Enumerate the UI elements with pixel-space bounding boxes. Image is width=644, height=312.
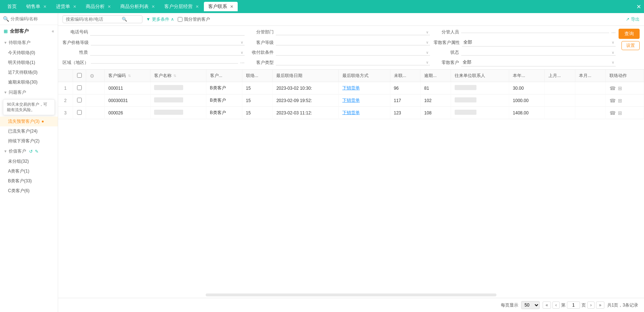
row-3-last-method[interactable]: 下销货单: [338, 107, 390, 119]
nav-home[interactable]: 首页: [3, 2, 21, 11]
nav-tab-analysis-list[interactable]: 商品分析列表 ✕: [116, 2, 159, 11]
nav-tab-sales[interactable]: 销售单 ✕: [22, 2, 51, 11]
filter-staff-select[interactable]: [461, 31, 609, 33]
row-2-method-link[interactable]: 下销货单: [342, 98, 360, 103]
filter-dots-staff[interactable]: ···: [611, 29, 616, 35]
export-btn[interactable]: ↗ 导出: [626, 16, 640, 23]
col-header-customer-name[interactable]: 客户名称 ⇅: [150, 70, 206, 82]
sidebar-item-ungrouped[interactable]: 未分组(32): [0, 157, 58, 166]
row-2-more-icon[interactable]: ⊞: [618, 98, 622, 104]
col-header-last-month: 上月...: [545, 70, 575, 82]
settings-button[interactable]: 设置: [621, 41, 640, 50]
row-3-more-icon[interactable]: ⊞: [618, 110, 622, 116]
row-3-checkbox: [73, 107, 86, 119]
close-tab-purchase[interactable]: ✕: [73, 4, 76, 9]
next-page-btn[interactable]: ›: [587, 301, 595, 309]
row-1-more-icon[interactable]: ⊞: [618, 85, 622, 91]
sidebar-group-pending[interactable]: ▼ 待联络客户: [0, 37, 58, 48]
horizontal-scrollbar-area: [58, 292, 644, 298]
refresh-icon-value[interactable]: ↺: [29, 149, 33, 154]
close-tab-analysis[interactable]: ✕: [108, 4, 111, 9]
sidebar-group-value[interactable]: ▼ 价值客户 ↺ ✎: [0, 146, 58, 157]
sidebar-item-churned[interactable]: 已流失客户(24): [0, 126, 58, 136]
select-arrow-zero-retail: ∨: [612, 60, 614, 64]
close-tab-customer-tier[interactable]: ✕: [196, 4, 199, 9]
filter-dots-region[interactable]: ···: [240, 60, 245, 65]
row-3-last-month: [545, 107, 575, 119]
row-1-this-year: 30.00: [509, 82, 545, 94]
sidebar-item-churn-warning[interactable]: 流失预警客户(3) ●: [0, 117, 58, 126]
col-header-customer-code[interactable]: 客户编码 ⇅: [105, 70, 150, 82]
sidebar-item-class-a[interactable]: A类客户(1): [0, 166, 58, 176]
nav-tab-customer-tier[interactable]: 客户分层经营 ✕: [160, 2, 203, 11]
row-1-overdue: 81: [420, 82, 451, 94]
filter-zero-retail-select[interactable]: 全部 ∨: [461, 58, 616, 66]
row-2-code: 00030031: [105, 94, 150, 107]
filter-price-select[interactable]: ∨: [91, 40, 245, 45]
row-2-select[interactable]: [77, 98, 82, 102]
filter-search-input[interactable]: [66, 17, 120, 22]
select-all-checkbox[interactable]: [77, 73, 82, 78]
filter-payment-select[interactable]: ∨: [276, 50, 430, 56]
table-row: 3 000026 B类客户 15 2023-02-03 11:12:: [58, 107, 644, 119]
sidebar-item-overdue-pending[interactable]: 逾期未联络(30): [0, 77, 58, 87]
horizontal-scrollbar[interactable]: [206, 293, 496, 296]
sidebar-search-input[interactable]: [11, 16, 58, 21]
sidebar-item-class-c[interactable]: C类客户(6): [0, 186, 58, 196]
per-page-select[interactable]: 50 100 200: [521, 301, 540, 309]
table-settings-icon[interactable]: ⚙: [90, 73, 94, 79]
filter-region-label: 区域（地区）: [63, 60, 89, 66]
prev-page-btn[interactable]: ‹: [552, 301, 560, 309]
row-1-last-method[interactable]: 下销货单: [338, 82, 390, 94]
select-arrow-status: ∨: [612, 50, 614, 54]
nav-tab-analysis[interactable]: 商品分析 ✕: [81, 2, 115, 11]
row-1-select[interactable]: [77, 85, 82, 90]
right-buttons: 查询 设置: [619, 29, 640, 50]
last-page-btn[interactable]: »: [596, 301, 604, 309]
sidebar-item-class-b[interactable]: B类客户(33): [0, 176, 58, 186]
filter-phone-input[interactable]: [90, 29, 245, 36]
nav-tab-customer-contact[interactable]: 客户联系 ✕: [204, 2, 238, 11]
row-1-contact-icon[interactable]: ☎: [609, 85, 616, 91]
arrow-icon-value: ▼: [4, 149, 7, 153]
col-header-contact: 联络...: [242, 70, 273, 82]
row-3-method-link[interactable]: 下销货单: [342, 110, 360, 115]
filter-dept-select[interactable]: ∨: [276, 29, 430, 35]
sidebar-group-problem[interactable]: ▼ 问题客户: [0, 87, 58, 98]
first-page-btn[interactable]: «: [543, 301, 551, 309]
nav-tab-purchase[interactable]: 进货单 ✕: [52, 2, 81, 11]
filter-status-select[interactable]: ∨: [461, 50, 616, 56]
close-tab-sales[interactable]: ✕: [43, 4, 47, 9]
filter-customer-type-select[interactable]: ∨: [276, 60, 430, 65]
filter-row-3: 性质 ∨ 收付款条件 ∨ 状态: [63, 49, 616, 56]
sidebar-item-tomorrow-pending[interactable]: 明天待联络(1): [0, 58, 58, 68]
sidebar-item-today-pending[interactable]: 今天待联络(0): [0, 48, 58, 58]
row-2-name: [150, 94, 206, 107]
row-2-contact-icon[interactable]: ☎: [609, 98, 616, 104]
sidebar-item-7days-pending[interactable]: 近7天待联络(0): [0, 68, 58, 77]
my-customer-checkbox[interactable]: [178, 17, 182, 22]
row-3-select[interactable]: [77, 110, 82, 115]
sidebar-item-declining[interactable]: 持续下滑客户(2): [0, 136, 58, 146]
close-tab-analysis-list[interactable]: ✕: [152, 4, 155, 9]
col-header-index: [58, 70, 73, 82]
filter-more-conditions-btn[interactable]: ▼ 更多条件 ∧: [146, 16, 174, 23]
edit-icon-value[interactable]: ✎: [35, 149, 39, 154]
query-button[interactable]: 查询: [619, 29, 640, 39]
filter-region-select[interactable]: [91, 62, 238, 64]
row-2-actions: ☎ ⊞: [605, 94, 644, 107]
row-3-contact-icon[interactable]: ☎: [609, 110, 616, 116]
sidebar-collapse-btn[interactable]: «: [52, 29, 54, 34]
row-2-last-method[interactable]: 下销货单: [338, 94, 390, 107]
col-header-uncontacted: 未联...: [390, 70, 420, 82]
arrow-icon-pending: ▼: [4, 41, 7, 45]
page-input[interactable]: [567, 301, 580, 309]
window-close-button[interactable]: ✕: [636, 3, 641, 10]
sort-icon-code: ⇅: [128, 74, 131, 78]
row-1-last-date: 2023-03-02 10:30:: [273, 82, 338, 94]
close-tab-customer-contact[interactable]: ✕: [230, 4, 233, 9]
row-1-method-link[interactable]: 下销货单: [342, 85, 360, 90]
filter-customer-level-select[interactable]: ∨: [276, 40, 430, 45]
filter-zero-retail-attr-select[interactable]: 全部 ∨: [462, 39, 616, 46]
filter-gender-select[interactable]: ∨: [90, 50, 245, 56]
